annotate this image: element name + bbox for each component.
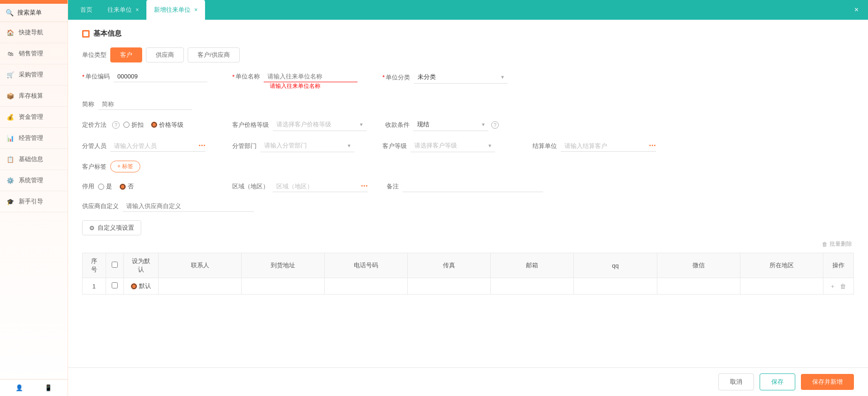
pricing-discount-radio[interactable]: [123, 122, 129, 128]
remark-label: 备注: [387, 182, 399, 191]
row-delete-btn[interactable]: 🗑: [840, 283, 846, 290]
chevron-down-icon-3: ▾: [482, 121, 485, 128]
unit-code-input[interactable]: [114, 71, 207, 82]
disabled-no-label[interactable]: 否: [120, 182, 134, 191]
sidebar-label-base-info: 基础信息: [19, 155, 43, 163]
region-input[interactable]: [273, 181, 359, 192]
sidebar-item-sales[interactable]: 🛍 销售管理: [0, 43, 68, 64]
payment-help-icon[interactable]: ?: [491, 121, 499, 129]
unit-type-supplier[interactable]: 供应商: [146, 47, 184, 62]
address-input[interactable]: [247, 283, 319, 290]
save-button[interactable]: 保存: [760, 373, 795, 390]
dept-placeholder: 请输入分管部门: [264, 141, 348, 150]
region-label: 区域（地区）: [232, 182, 269, 191]
supplier-custom-input[interactable]: [122, 201, 254, 212]
row-address[interactable]: [242, 278, 325, 295]
sidebar-item-stock[interactable]: 📦 库存核算: [0, 85, 68, 107]
sidebar-label-operations: 经营管理: [19, 134, 43, 142]
finance-icon: 💰: [6, 112, 15, 122]
row-region-input[interactable]: [746, 283, 817, 290]
row-contact[interactable]: [159, 278, 242, 295]
email-input[interactable]: [496, 283, 568, 290]
customer-level-select[interactable]: 请选择客户等级 ▾: [411, 140, 495, 152]
phone-input[interactable]: [330, 283, 402, 290]
unit-category-select[interactable]: 未分类 ▾: [414, 71, 508, 84]
unit-name-input[interactable]: [264, 71, 358, 82]
batch-delete-button[interactable]: 🗑 批量删除: [822, 240, 852, 248]
sidebar-item-finance[interactable]: 💰 资金管理: [0, 107, 68, 128]
col-checkbox: [106, 253, 123, 278]
pricing-level-radio[interactable]: [151, 122, 157, 128]
unit-type-both[interactable]: 客户/供应商: [188, 47, 240, 62]
footer-icon-1[interactable]: 👤: [15, 384, 23, 391]
supplier-custom-group: 供应商自定义: [82, 201, 254, 212]
manager-input[interactable]: [110, 140, 197, 151]
save-new-button[interactable]: 保存并新增: [801, 374, 854, 390]
row-email[interactable]: [491, 278, 574, 295]
chevron-down-icon: ▾: [501, 74, 504, 80]
settlement-input[interactable]: [561, 140, 647, 151]
remark-input[interactable]: [403, 181, 543, 192]
sidebar-item-quick-nav[interactable]: 🏠 快捷导航: [0, 22, 68, 43]
tab-new-partner-close[interactable]: ×: [194, 7, 198, 13]
custom-settings-button[interactable]: ⚙ 自定义项设置: [82, 220, 141, 235]
tab-partner-close[interactable]: ×: [136, 7, 139, 13]
tab-home[interactable]: 首页: [73, 0, 100, 20]
sidebar-item-base-info[interactable]: 📋 基础信息: [0, 149, 68, 170]
unit-category-label: 单位分类: [386, 73, 410, 82]
row-default-label[interactable]: 默认: [129, 282, 153, 290]
qq-input[interactable]: [579, 283, 651, 290]
pricing-level-label[interactable]: 价格等级: [151, 121, 183, 129]
select-all-checkbox[interactable]: [112, 262, 118, 268]
sidebar-item-sys-mgmt[interactable]: ⚙️ 系统管理: [0, 170, 68, 191]
col-region: 所在地区: [740, 253, 823, 278]
tag-label: 客户标签: [82, 163, 107, 171]
disabled-no-radio[interactable]: [120, 184, 126, 190]
abbr-group: 简称: [82, 99, 213, 110]
cancel-button[interactable]: 取消: [718, 373, 754, 390]
sidebar-item-purchase[interactable]: 🛒 采购管理: [0, 64, 68, 85]
abbr-label: 简称: [82, 100, 94, 109]
abbr-input[interactable]: [98, 99, 192, 110]
window-close-button[interactable]: ×: [850, 6, 863, 14]
dept-group: 分管部门 请输入分管部门 ▾: [232, 140, 364, 152]
row-default-radio[interactable]: [131, 283, 137, 289]
contact-input[interactable]: [164, 283, 236, 290]
row-wechat[interactable]: [657, 278, 740, 295]
disabled-yes-label[interactable]: 是: [98, 182, 112, 191]
tag-add-button[interactable]: + 标签: [110, 161, 140, 172]
svg-rect-0: [84, 31, 88, 36]
pricing-discount-label[interactable]: 折扣: [123, 121, 144, 129]
unit-category-value: 未分类: [418, 73, 501, 81]
row-fax[interactable]: [408, 278, 491, 295]
region-more-btn[interactable]: ···: [361, 181, 368, 191]
row-checkbox-cell: [106, 278, 123, 295]
manager-more-btn[interactable]: ···: [198, 141, 206, 151]
row-add-btn[interactable]: +: [831, 283, 835, 290]
sidebar-item-new-guide[interactable]: 🎓 新手引导: [0, 191, 68, 212]
row-checkbox[interactable]: [112, 282, 118, 288]
pricing-method-group: 定价方法 ? 折扣 价格等级: [82, 121, 213, 129]
tab-partner[interactable]: 往来单位 ×: [100, 0, 146, 20]
payment-terms-group: 收款条件 现结 ▾ ?: [385, 118, 517, 131]
fax-input[interactable]: [413, 283, 485, 290]
pricing-help-icon[interactable]: ?: [112, 121, 120, 129]
unit-type-group: 单位类型 客户 供应商 客户/供应商: [82, 47, 240, 62]
customer-price-level-select[interactable]: 请选择客户价格等级 ▾: [273, 118, 366, 131]
row-phone[interactable]: [325, 278, 408, 295]
settlement-more-btn[interactable]: ···: [649, 141, 656, 151]
payment-terms-select[interactable]: 现结 ▾: [413, 118, 488, 131]
manager-input-wrap: ···: [110, 140, 206, 152]
wechat-input[interactable]: [663, 283, 734, 290]
footer-icon-2[interactable]: 📱: [45, 384, 52, 391]
sidebar-item-operations[interactable]: 📊 经营管理: [0, 128, 68, 149]
tab-new-partner[interactable]: 新增往来单位 ×: [146, 0, 205, 20]
unit-type-customer[interactable]: 客户: [110, 47, 142, 62]
row-qq[interactable]: [574, 278, 657, 295]
sidebar-search[interactable]: 🔍 搜索菜单: [0, 4, 68, 22]
dept-select[interactable]: 请输入分管部门 ▾: [260, 140, 354, 152]
row-default-text: 默认: [139, 282, 151, 290]
disabled-yes-radio[interactable]: [98, 184, 104, 190]
row-region[interactable]: [740, 278, 823, 295]
col-action: 操作: [823, 253, 853, 278]
